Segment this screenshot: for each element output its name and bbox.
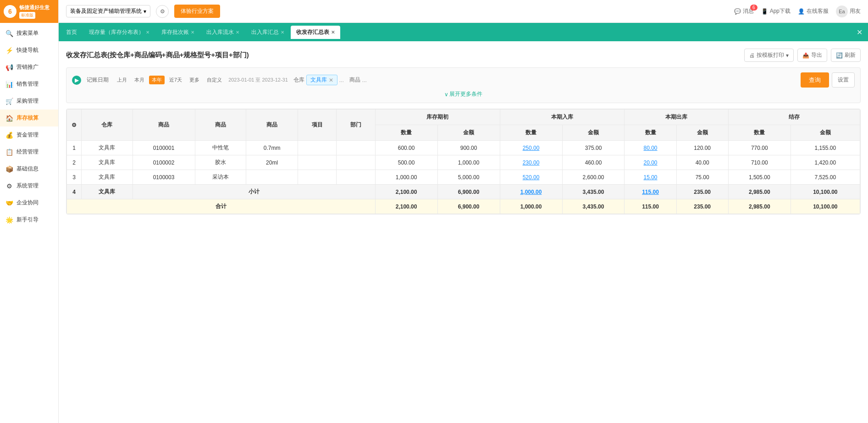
tab-close-icon[interactable]: ✕ xyxy=(281,30,284,35)
system-selector[interactable]: 装备及固定资产辅助管理系统 ▾ xyxy=(66,5,150,17)
cell-closing-qty: 1,505.00 xyxy=(728,170,791,185)
tab-home[interactable]: 首页 xyxy=(61,26,83,39)
trial-button[interactable]: 体验行业方案 xyxy=(174,5,220,18)
cell-outbound-qty[interactable]: 80.00 xyxy=(625,141,676,155)
expand-more-button[interactable]: ∨ 展开更多条件 xyxy=(444,90,482,98)
cell-outbound-qty[interactable]: 115.00 xyxy=(625,185,676,199)
footer-inbound-qty: 1,000.00 xyxy=(500,199,562,214)
cell-opening-amt: 6,900.00 xyxy=(437,185,500,199)
sidebar-item-system[interactable]: ⚙ 系统管理 xyxy=(0,177,58,194)
date-this-month[interactable]: 本月 xyxy=(132,76,147,84)
date-7days[interactable]: 近7天 xyxy=(166,76,185,84)
user-action[interactable]: Ea 用友 xyxy=(836,5,861,17)
th-closing-qty: 数量 xyxy=(728,125,791,141)
warehouse-label: 仓库 xyxy=(293,76,304,84)
sidebar-menu: 🔍 搜索菜单 ⚡ 快捷导航 📢 营销推广 📊 销售管理 🛒 采购管理 🏠 库存核… xyxy=(0,23,58,423)
warehouse-tag-text: 文具库 xyxy=(310,76,327,84)
footer-closing-amt: 10,100.00 xyxy=(791,199,860,214)
sidebar-item-basic[interactable]: 📦 基础信息 xyxy=(0,160,58,177)
page-actions: 🖨 按模板打印 ▾ 📤 导出 🔄 刷新 xyxy=(744,49,861,62)
refresh-button[interactable]: 🔄 刷新 xyxy=(831,49,861,62)
tab-stock-dist[interactable]: 现存量（库存分布表） ✕ xyxy=(83,26,155,39)
cell-outbound-qty[interactable]: 15.00 xyxy=(625,170,676,185)
cell-subtotal-label: 小计 xyxy=(133,185,375,199)
cell-inbound-amt: 3,435.00 xyxy=(562,185,625,199)
sidebar-item-inventory[interactable]: 🏠 库存核算 xyxy=(0,110,58,126)
warehouse-tag[interactable]: 文具库 ✕ xyxy=(306,75,337,85)
cell-outbound-amt: 75.00 xyxy=(676,170,728,185)
sidebar-item-finance[interactable]: 💰 资金管理 xyxy=(0,126,58,143)
sidebar-item-guide[interactable]: 🌟 新手引导 xyxy=(0,211,58,228)
cell-product-name: 胶水 xyxy=(195,155,246,170)
date-this-year[interactable]: 本年 xyxy=(149,76,165,84)
date-more[interactable]: 更多 xyxy=(187,76,202,84)
warehouse-more[interactable]: ... xyxy=(339,77,344,83)
warehouse-tag-remove[interactable]: ✕ xyxy=(329,77,333,83)
th-settings[interactable]: ⚙ xyxy=(67,110,82,141)
sidebar-item-marketing[interactable]: 📢 营销推广 xyxy=(0,59,58,76)
export-button[interactable]: 📤 导出 xyxy=(797,49,827,62)
date-prev-month[interactable]: 上月 xyxy=(114,76,130,84)
user-label: 用友 xyxy=(850,7,861,15)
cell-inbound-amt: 460.00 xyxy=(562,155,625,170)
footer-inbound-amt: 3,435.00 xyxy=(562,199,625,214)
cell-inbound-qty[interactable]: 1,000.00 xyxy=(500,185,562,199)
cell-outbound-amt: 235.00 xyxy=(676,185,728,199)
cell-product-name: 采访本 xyxy=(195,170,246,185)
sidebar-item-sales[interactable]: 📊 销售管理 xyxy=(0,76,58,93)
tab-close-icon[interactable]: ✕ xyxy=(236,30,239,35)
tab-recv-summary[interactable]: 收发存汇总表 ✕ xyxy=(291,26,340,39)
date-label: 记账日期 xyxy=(87,76,109,84)
cell-outbound-amt: 120.00 xyxy=(676,141,728,155)
sidebar-item-operation[interactable]: 📋 经营管理 xyxy=(0,143,58,160)
th-project: 项目 xyxy=(298,110,337,141)
settings-icon[interactable]: ⚙ xyxy=(156,5,169,18)
tab-batch[interactable]: 库存批次账 ✕ xyxy=(156,26,200,39)
finance-icon: 💰 xyxy=(6,132,13,139)
cell-inbound-qty[interactable]: 230.00 xyxy=(500,155,562,170)
query-button[interactable]: 查询 xyxy=(801,72,829,88)
cell-inbound-qty[interactable]: 250.00 xyxy=(500,141,562,155)
cell-inbound-amt: 375.00 xyxy=(562,141,625,155)
tab-inout-flow[interactable]: 出入库流水 ✕ xyxy=(201,26,245,39)
logo-text: 畅捷通好生意 标准版 xyxy=(19,4,50,19)
cell-closing-amt: 7,525.00 xyxy=(791,170,860,185)
expand-row: ∨ 展开更多条件 xyxy=(72,90,855,98)
sidebar-item-quick-nav[interactable]: ⚡ 快捷导航 xyxy=(0,42,58,59)
message-action[interactable]: 💬 消息 6 xyxy=(734,7,754,15)
cell-inbound-qty[interactable]: 520.00 xyxy=(500,170,562,185)
warehouse-filter: 仓库 文具库 ✕ ... xyxy=(293,75,344,85)
print-label: 按模板打印 xyxy=(757,51,784,59)
sidebar-item-enterprise[interactable]: 🤝 企业协同 xyxy=(0,194,58,211)
tab-close-icon[interactable]: ✕ xyxy=(146,30,149,35)
cell-outbound-qty[interactable]: 20.00 xyxy=(625,155,676,170)
sidebar-item-purchase[interactable]: 🛒 采购管理 xyxy=(0,93,58,110)
operation-icon: 📋 xyxy=(6,148,13,156)
cell-seq: 3 xyxy=(67,170,82,185)
tab-close-icon[interactable]: ✕ xyxy=(191,30,194,35)
sidebar-item-label: 新手引导 xyxy=(17,216,39,224)
cell-product-spec: 20ml xyxy=(246,155,298,170)
sidebar-item-search[interactable]: 🔍 搜索菜单 xyxy=(0,25,58,42)
online-service-action[interactable]: 👤 在线客服 xyxy=(798,7,829,15)
tab-close-icon[interactable]: ✕ xyxy=(331,30,335,35)
th-closing-amt: 金额 xyxy=(791,125,860,141)
date-custom[interactable]: 自定义 xyxy=(204,76,225,84)
tab-inout-summary[interactable]: 出入库汇总 ✕ xyxy=(246,26,290,39)
sidebar-logo: 6 畅捷通好生意 标准版 xyxy=(0,0,58,23)
close-all-tabs[interactable]: ✕ xyxy=(853,26,866,38)
marketing-icon: 📢 xyxy=(6,64,13,71)
export-icon: 📤 xyxy=(802,52,809,59)
tab-label: 收发存汇总表 xyxy=(296,28,329,36)
cell-opening-qty: 500.00 xyxy=(375,155,437,170)
product-more[interactable]: ... xyxy=(362,77,367,83)
filter-settings-button[interactable]: 设置 xyxy=(832,72,855,88)
topbar: 装备及固定资产辅助管理系统 ▾ ⚙ 体验行业方案 💬 消息 6 📱 App下载 … xyxy=(59,0,868,23)
print-button[interactable]: 🖨 按模板打印 ▾ xyxy=(744,49,794,62)
cell-department xyxy=(337,141,375,155)
app-download-action[interactable]: 📱 App下载 xyxy=(761,7,791,15)
filter-expand-button[interactable]: ▶ xyxy=(72,76,81,85)
app-download-label: App下载 xyxy=(770,7,791,15)
basic-icon: 📦 xyxy=(6,165,13,173)
tab-label: 首页 xyxy=(66,28,77,36)
